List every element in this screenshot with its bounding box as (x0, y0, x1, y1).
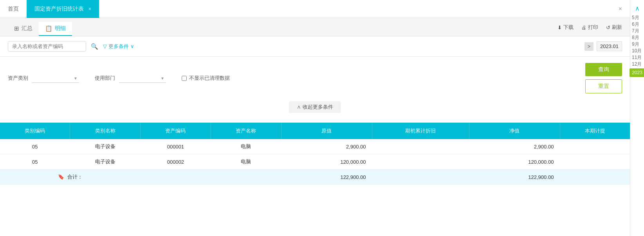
cell-category-name: 电子设备 (70, 139, 141, 154)
table-wrapper: 类别编码 类别名称 资产编码 资产名称 原值 期初累计折旧 净值 本期计提 05… (0, 123, 630, 236)
active-tab[interactable]: 固定资产折旧统计表 × (27, 0, 99, 18)
filter-actions: 查询 重置 (585, 63, 622, 93)
total-asset-name (211, 170, 281, 185)
refresh-icon: ↺ (606, 25, 610, 30)
department-select-wrapper (119, 73, 166, 83)
col-category-name: 类别名称 (70, 123, 141, 139)
category-select[interactable] (32, 73, 79, 83)
total-original-value: 122,900.00 (281, 170, 372, 185)
hide-cleared-label: 不显示已清理数据 (189, 75, 230, 82)
total-icon: 🔖 (58, 174, 64, 180)
top-nav-right: × (619, 5, 630, 13)
hide-cleared-checkbox[interactable] (182, 76, 187, 81)
cell-original-value: 120,000.00 (281, 154, 372, 170)
cell-category-code: 05 (0, 154, 70, 170)
expand-btn[interactable]: > (584, 42, 593, 51)
table-row: 05 电子设备 000001 电脑 2,900.00 2,900.00 (0, 139, 630, 154)
tabs-row: ⊞ 汇总 📋 明细 ⬇ 下载 🖨 打印 ↺ 刷新 (0, 18, 630, 36)
cell-asset-name: 电脑 (211, 154, 281, 170)
col-category-code: 类别编码 (0, 123, 70, 139)
cell-asset-code: 000002 (140, 154, 211, 170)
query-button[interactable]: 查询 (585, 63, 622, 76)
filter-icon: ▽ (103, 43, 107, 49)
sidebar-year[interactable]: 2023 (630, 68, 644, 77)
total-current-period (560, 170, 630, 185)
data-table: 类别编码 类别名称 资产编码 资产名称 原值 期初累计折旧 净值 本期计提 05… (0, 123, 630, 185)
refresh-btn[interactable]: ↺ 刷新 (606, 24, 622, 31)
category-filter: 资产类别 (8, 73, 79, 83)
col-accumulated-depreciation: 期初累计折旧 (372, 123, 469, 139)
cell-current-period (560, 154, 630, 170)
download-btn[interactable]: ⬇ 下载 (557, 24, 574, 31)
top-nav: 首页 固定资产折旧统计表 × × (0, 0, 630, 18)
search-input[interactable] (8, 41, 86, 52)
window-close-icon[interactable]: × (619, 5, 622, 12)
search-bar-right: > 2023.01 (584, 41, 622, 51)
col-asset-name: 资产名称 (211, 123, 281, 139)
total-asset-code (140, 170, 211, 185)
filter-row: 资产类别 使用部门 (8, 63, 622, 93)
filter-panel: 资产类别 使用部门 (0, 57, 630, 123)
sidebar-up-icon[interactable]: ∧ (633, 3, 641, 14)
sidebar-month-item[interactable]: 12月 (630, 59, 643, 69)
table-row: 05 电子设备 000002 电脑 120,000.00 120,000.00 (0, 154, 630, 170)
download-icon: ⬇ (557, 25, 562, 30)
col-current-period: 本期计提 (560, 123, 630, 139)
print-btn[interactable]: 🖨 打印 (581, 24, 598, 31)
tab-detail[interactable]: 📋 明细 (39, 22, 72, 36)
total-row: 🔖 合计： 122,900.00 122,900.00 (0, 170, 630, 185)
search-bar: 🔍 ▽ 更多条件 ∨ > 2023.01 (0, 36, 630, 57)
tab-close-btn[interactable]: × (88, 6, 91, 12)
total-label: 合计： (67, 174, 83, 180)
detail-icon: 📋 (45, 25, 52, 32)
date-display: 2023.01 (597, 41, 622, 51)
cell-current-period (560, 139, 630, 154)
summary-icon: ⊞ (14, 25, 19, 32)
total-label-cell: 🔖 合计： (0, 170, 140, 185)
collapse-btn[interactable]: ∧ 收起更多条件 (289, 101, 341, 113)
col-original-value: 原值 (281, 123, 372, 139)
search-icon[interactable]: 🔍 (91, 43, 98, 50)
content-wrapper: ⊞ 汇总 📋 明细 ⬇ 下载 🖨 打印 ↺ 刷新 (0, 18, 630, 236)
cell-accumulated-depreciation (372, 139, 469, 154)
cell-asset-name: 电脑 (211, 139, 281, 154)
cell-category-name: 电子设备 (70, 154, 141, 170)
cell-net-value: 120,000.00 (469, 154, 560, 170)
filter-btn[interactable]: ▽ 更多条件 ∨ (103, 43, 134, 50)
tabs-actions: ⬇ 下载 🖨 打印 ↺ 刷新 (557, 24, 622, 34)
col-asset-code: 资产编码 (140, 123, 211, 139)
filter-chevron-icon: ∨ (130, 43, 134, 49)
collapse-bar: ∧ 收起更多条件 (8, 98, 622, 116)
cell-asset-code: 000001 (140, 139, 211, 154)
right-sidebar: ∧ 5月6月7月8月9月10月11月12月 2023 (630, 0, 644, 236)
tab-label: 固定资产折旧统计表 (34, 5, 84, 13)
tab-summary[interactable]: ⊞ 汇总 (8, 22, 39, 36)
department-select[interactable] (119, 73, 166, 83)
category-label: 资产类别 (8, 75, 28, 82)
sidebar-months: 5月6月7月8月9月10月11月12月 (630, 14, 644, 68)
cell-accumulated-depreciation (372, 154, 469, 170)
reset-button[interactable]: 重置 (585, 79, 622, 93)
category-select-wrapper (32, 73, 79, 83)
total-net-value: 122,900.00 (469, 170, 560, 185)
total-accumulated (372, 170, 469, 185)
cell-original-value: 2,900.00 (281, 139, 372, 154)
home-tab[interactable]: 首页 (0, 5, 27, 13)
department-label: 使用部门 (95, 75, 115, 82)
hide-cleared-item: 不显示已清理数据 (182, 75, 230, 82)
department-filter: 使用部门 (95, 73, 166, 83)
cell-category-code: 05 (0, 139, 70, 154)
col-net-value: 净值 (469, 123, 560, 139)
table-header-row: 类别编码 类别名称 资产编码 资产名称 原值 期初累计折旧 净值 本期计提 (0, 123, 630, 139)
print-icon: 🖨 (581, 25, 586, 30)
cell-net-value: 2,900.00 (469, 139, 560, 154)
